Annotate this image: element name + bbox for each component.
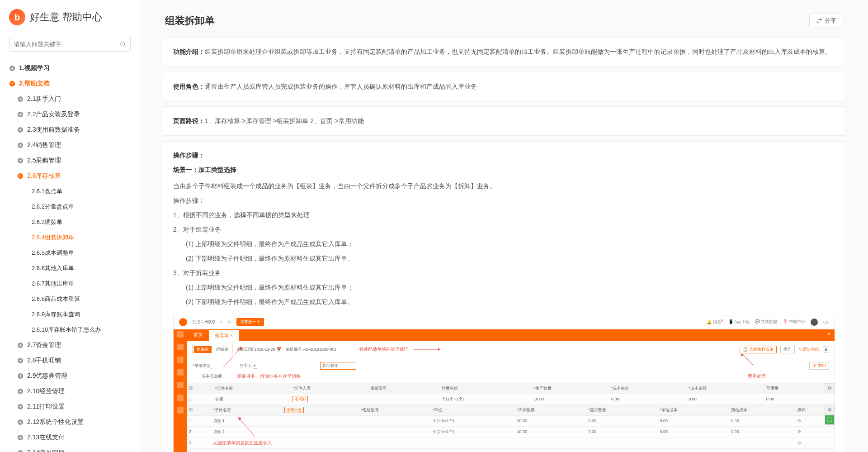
nav-2-6-3[interactable]: 2.6.3调拨单 [9, 214, 131, 230]
nav-2-6-2[interactable]: 2.6.2分量盘点单 [9, 199, 131, 214]
role-text: 通常由生产人员或库管人员完成拆装业务的操作，库管人员确认原材料的出库和产成品的入… [205, 83, 477, 90]
nav-label: 2.6库存核算 [27, 172, 61, 180]
ss-user: CC [823, 320, 829, 324]
main-content: 组装拆卸单 分享 功能介绍：组装拆卸单用来处理企业组装或拆卸等加工业务，支持有固… [140, 0, 868, 452]
path-box: 页面路径：1、库存核算->库存管理->组装拆卸单 2、首页->常用功能 [163, 106, 845, 136]
nav-2-2[interactable]: 2.2产品安装及登录 [9, 107, 131, 122]
nav-2-14[interactable]: 2.14常见问题 [9, 445, 131, 452]
minus-icon [9, 81, 15, 87]
scene1-desc: 当由多个子件材料组装成一个成品的业务为【组装】业务，当由一个父件拆分成多个子产品… [173, 180, 835, 192]
ss-code-val: AD-20191226-001 [303, 347, 337, 352]
ss-annotation-3: 费用处理 [748, 373, 766, 380]
search-input[interactable] [9, 37, 131, 52]
nav-label: 2.6.4组装拆卸单 [32, 233, 74, 242]
plus-icon [9, 65, 15, 71]
step-2-2: (2) 下部明细为子件明细，最终作为原材料生成其它出库单。 [173, 252, 835, 265]
gear-icon [226, 319, 232, 325]
nav-icon [177, 407, 184, 414]
nav-label: 2.8手机旺铺 [27, 357, 61, 365]
nav-2-6[interactable]: 2.6库存核算 [9, 168, 131, 184]
plus-icon [17, 419, 24, 425]
nav-2-6-9[interactable]: 2.6.9库存账本查询 [9, 307, 131, 322]
nav-label: 2.1新手入门 [27, 95, 61, 103]
nav-label: 2.11打印设置 [27, 403, 65, 411]
ss-radio-assemble: 组装单 [194, 346, 212, 353]
arrow-icon [237, 416, 259, 439]
nav-2-10[interactable]: 2.10经营管理 [9, 384, 131, 399]
role-box: 使用角色：通常由生产人员或库管人员完成拆装业务的操作，库管人员确认原材料的出库和… [163, 72, 845, 101]
nav-2-6-6[interactable]: 2.6.6其他入库单 [9, 261, 131, 276]
ss-child-table: ☑子件名称出库A仓规格型号单位库存数量需求数量单位成本预估成本操作 1顶板 1个… [187, 405, 835, 452]
plus-icon [17, 357, 24, 364]
arrow-icon [413, 347, 440, 352]
ss-company: TEST-H002 [192, 319, 215, 324]
plus-icon [17, 342, 24, 348]
nav-label: 2.6.10库存账本错了怎么办 [32, 326, 101, 334]
nav-label: 2.4销售管理 [27, 141, 61, 149]
ss-service: 在线客服 [761, 319, 777, 324]
nav-icon [177, 395, 184, 401]
nav-2-6-10[interactable]: 2.6.10库存账本错了怎么办 [9, 322, 131, 338]
minus-icon [17, 173, 24, 179]
plus-icon [17, 404, 24, 410]
svg-point-0 [121, 42, 125, 46]
plus-icon [17, 388, 24, 395]
ss-msg: 消息 [713, 320, 721, 324]
embedded-screenshot: TEST-H002 ▾ 我要换一下 🔔 消息0 📱 App下载 💬 在线客服 ❓… [173, 315, 835, 452]
page-header: 组装拆卸单 分享 [163, 14, 845, 28]
nav-label: 2.9优惠券管理 [27, 372, 67, 380]
plus-icon [17, 450, 24, 452]
nav-2-6-5[interactable]: 2.6.5成本调整单 [9, 245, 131, 261]
nav-2-1[interactable]: 2.1新手入门 [9, 91, 131, 107]
search-icon [120, 41, 126, 48]
nav-2-4[interactable]: 2.4销售管理 [9, 138, 131, 153]
nav-label: 2.6.6其他入库单 [32, 264, 74, 272]
svg-line-22 [223, 347, 241, 367]
close-icon: × [823, 329, 835, 341]
nav-2-8[interactable]: 2.8手机旺铺 [9, 353, 131, 368]
nav-2-5[interactable]: 2.5采购管理 [9, 153, 131, 168]
nav-2-6-7[interactable]: 2.6.7其他出库单 [9, 276, 131, 291]
arrow-icon [219, 347, 246, 370]
nav-video[interactable]: 1.视频学习 [9, 61, 131, 76]
steps-title: 操作步骤： [173, 152, 835, 160]
nav-2-6-1[interactable]: 2.6.1盘点单 [9, 184, 131, 199]
ss-date-val: 2019-12-26 [255, 347, 275, 352]
scene1-title: 场景一：加工类型选择 [173, 166, 835, 174]
nav-2-6-4[interactable]: 2.6.4组装拆卸单 [9, 230, 131, 245]
ss-tab-home: 首页 [187, 329, 209, 341]
svg-line-26 [239, 419, 255, 437]
nav-2-13[interactable]: 2.13在线支付 [9, 430, 131, 445]
ss-annotation-4: 无固定清单的直接在这里录入 [213, 440, 272, 445]
nav-helpdoc[interactable]: 2.帮助文档 [9, 76, 131, 91]
step-2: 2、对于组装业务 [173, 223, 835, 236]
ss-code-label: 单据编号 [286, 347, 302, 352]
nav-2-7[interactable]: 2.7资金管理 [9, 338, 131, 353]
ss-app: App下载 [734, 319, 750, 324]
step-3: 3、对于拆装业务 [173, 266, 835, 279]
nav-label: 2.6.1盘点单 [32, 187, 62, 195]
nav-2-9[interactable]: 2.9优惠券管理 [9, 368, 131, 384]
nav-label: 2.14常见问题 [27, 449, 65, 452]
ss-help: 帮助中心 [789, 319, 805, 324]
nav-2-3[interactable]: 2.3使用前数据准备 [9, 122, 131, 138]
nav-2-12[interactable]: 2.12系统个性化设置 [9, 414, 131, 430]
nav-label: 2.6.3调拨单 [32, 218, 62, 226]
nav-label: 2.帮助文档 [19, 80, 50, 88]
nav-2-6-8[interactable]: 2.6.8商品成本重算 [9, 291, 131, 307]
step-1: 1、根据不同的业务，选择不同单据的类型来处理 [173, 209, 835, 221]
plus-icon [17, 127, 24, 133]
search-box [9, 37, 131, 52]
sidebar: b 好生意 帮助中心 1.视频学习 2.帮助文档 2.1新手入门 2.2产品安装… [0, 0, 140, 452]
ss-switch-btn: 我要换一下 [236, 318, 264, 326]
share-icon [816, 18, 822, 24]
nav-label: 2.6.9库存账本查询 [32, 310, 80, 319]
ss-topbar: TEST-H002 ▾ 我要换一下 🔔 消息0 📱 App下载 💬 在线客服 ❓… [174, 315, 835, 329]
nav-2-11[interactable]: 2.11打印设置 [9, 399, 131, 414]
role-label: 使用角色： [173, 83, 205, 90]
nav-label: 2.6.2分量盘点单 [32, 203, 74, 211]
share-button[interactable]: 分享 [809, 14, 843, 28]
home-icon [177, 331, 184, 338]
ss-tab-active: 拆装单 × [209, 329, 239, 341]
svg-line-1 [124, 45, 126, 47]
